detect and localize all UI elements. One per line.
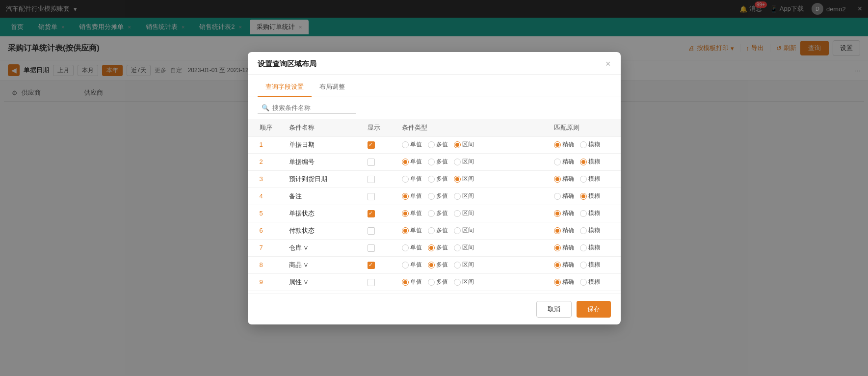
type-option-区间[interactable]: 区间 bbox=[454, 261, 474, 269]
type-option-多值[interactable]: 多值 bbox=[428, 158, 448, 166]
cell-type: 单值多值区间 bbox=[400, 154, 552, 170]
match-option-精确[interactable]: 精确 bbox=[554, 140, 574, 149]
display-checkbox[interactable] bbox=[368, 262, 375, 269]
dialog-close-btn[interactable]: × bbox=[605, 59, 611, 69]
type-option-多值[interactable]: 多值 bbox=[428, 226, 448, 235]
radio-dot bbox=[402, 227, 409, 234]
display-checkbox[interactable] bbox=[368, 141, 375, 149]
radio-dot bbox=[454, 279, 461, 286]
type-option-label: 单值 bbox=[410, 209, 422, 217]
type-option-label: 单值 bbox=[410, 140, 422, 149]
type-option-label: 多值 bbox=[436, 226, 448, 235]
dialog-tab-query-fields[interactable]: 查询字段设置 bbox=[258, 80, 312, 97]
type-option-区间[interactable]: 区间 bbox=[454, 192, 474, 200]
match-option-label: 模糊 bbox=[588, 158, 600, 166]
match-radio-dot bbox=[554, 176, 561, 183]
table-row: 1单据日期单值多值区间精确模糊 bbox=[248, 136, 621, 154]
match-option-模糊[interactable]: 模糊 bbox=[580, 243, 600, 252]
type-option-区间[interactable]: 区间 bbox=[454, 175, 474, 183]
seq-num: 3 bbox=[260, 175, 263, 183]
match-option-模糊[interactable]: 模糊 bbox=[580, 261, 600, 269]
match-option-精确[interactable]: 精确 bbox=[554, 175, 574, 183]
type-option-多值[interactable]: 多值 bbox=[428, 175, 448, 183]
match-option-label: 精确 bbox=[562, 261, 574, 269]
type-option-区间[interactable]: 区间 bbox=[454, 209, 474, 217]
save-btn[interactable]: 保存 bbox=[577, 301, 611, 318]
type-option-区间[interactable]: 区间 bbox=[454, 140, 474, 149]
match-option-模糊[interactable]: 模糊 bbox=[580, 209, 600, 217]
type-option-单值[interactable]: 单值 bbox=[402, 243, 422, 252]
type-option-区间[interactable]: 区间 bbox=[454, 226, 474, 235]
type-option-多值[interactable]: 多值 bbox=[428, 140, 448, 149]
cell-display bbox=[366, 257, 400, 272]
radio-dot bbox=[402, 193, 409, 200]
match-option-精确[interactable]: 精确 bbox=[554, 226, 574, 235]
seq-num: 9 bbox=[260, 278, 263, 286]
radio-dot bbox=[454, 210, 461, 217]
match-option-模糊[interactable]: 模糊 bbox=[580, 278, 600, 286]
type-option-单值[interactable]: 单值 bbox=[402, 209, 422, 217]
match-option-精确[interactable]: 精确 bbox=[554, 261, 574, 269]
cell-name: 预计到货日期 bbox=[287, 171, 366, 188]
dialog-tab-layout[interactable]: 布局调整 bbox=[312, 80, 353, 97]
match-option-精确[interactable]: 精确 bbox=[554, 278, 574, 286]
match-option-精确[interactable]: 精确 bbox=[554, 192, 574, 200]
type-option-单值[interactable]: 单值 bbox=[402, 261, 422, 269]
type-option-区间[interactable]: 区间 bbox=[454, 243, 474, 252]
match-radio-dot bbox=[580, 176, 587, 183]
match-option-label: 精确 bbox=[562, 278, 574, 286]
display-checkbox[interactable] bbox=[368, 159, 375, 166]
cell-name: 属性 ∨ bbox=[287, 274, 366, 291]
match-option-模糊[interactable]: 模糊 bbox=[580, 175, 600, 183]
match-option-模糊[interactable]: 模糊 bbox=[580, 158, 600, 166]
type-option-单值[interactable]: 单值 bbox=[402, 158, 422, 166]
match-option-label: 模糊 bbox=[588, 192, 600, 200]
type-option-单值[interactable]: 单值 bbox=[402, 278, 422, 286]
match-option-模糊[interactable]: 模糊 bbox=[580, 192, 600, 200]
match-option-模糊[interactable]: 模糊 bbox=[580, 226, 600, 235]
type-option-区间[interactable]: 区间 bbox=[454, 158, 474, 166]
cell-type: 单值多值区间 bbox=[400, 240, 552, 256]
display-checkbox[interactable] bbox=[368, 210, 375, 217]
cell-match: 精确模糊 bbox=[552, 171, 611, 187]
type-option-多值[interactable]: 多值 bbox=[428, 243, 448, 252]
type-option-多值[interactable]: 多值 bbox=[428, 209, 448, 217]
seq-num: 8 bbox=[260, 261, 263, 269]
cell-type: 单值多值区间 bbox=[400, 257, 552, 273]
display-checkbox[interactable] bbox=[368, 279, 375, 286]
match-option-label: 模糊 bbox=[588, 226, 600, 235]
display-checkbox[interactable] bbox=[368, 193, 375, 200]
match-option-精确[interactable]: 精确 bbox=[554, 243, 574, 252]
match-option-精确[interactable]: 精确 bbox=[554, 158, 574, 166]
display-checkbox[interactable] bbox=[368, 244, 375, 252]
search-underline: 🔍 bbox=[258, 102, 356, 114]
cell-display bbox=[366, 188, 400, 204]
cell-display bbox=[366, 205, 400, 221]
type-option-label: 多值 bbox=[436, 243, 448, 252]
type-option-单值[interactable]: 单值 bbox=[402, 192, 422, 200]
match-radio-dot bbox=[554, 141, 561, 148]
dialog-tabs: 查询字段设置 布局调整 bbox=[248, 75, 621, 97]
type-option-单值[interactable]: 单值 bbox=[402, 226, 422, 235]
radio-dot bbox=[402, 262, 409, 269]
type-option-多值[interactable]: 多值 bbox=[428, 192, 448, 200]
display-checkbox[interactable] bbox=[368, 227, 375, 235]
type-option-单值[interactable]: 单值 bbox=[402, 140, 422, 149]
type-option-区间[interactable]: 区间 bbox=[454, 278, 474, 286]
cell-match: 精确模糊 bbox=[552, 136, 611, 153]
type-option-单值[interactable]: 单值 bbox=[402, 175, 422, 183]
radio-dot bbox=[428, 176, 435, 183]
type-option-多值[interactable]: 多值 bbox=[428, 261, 448, 269]
match-option-精确[interactable]: 精确 bbox=[554, 209, 574, 217]
search-input[interactable] bbox=[272, 104, 355, 111]
radio-dot bbox=[428, 141, 435, 148]
type-option-多值[interactable]: 多值 bbox=[428, 278, 448, 286]
type-option-label: 区间 bbox=[462, 226, 474, 235]
match-option-label: 模糊 bbox=[588, 243, 600, 252]
type-option-label: 多值 bbox=[436, 158, 448, 166]
match-option-模糊[interactable]: 模糊 bbox=[580, 140, 600, 149]
seq-num: 6 bbox=[260, 227, 263, 234]
cancel-btn[interactable]: 取消 bbox=[536, 301, 572, 318]
display-checkbox[interactable] bbox=[368, 176, 375, 183]
cell-type: 单值多值区间 bbox=[400, 188, 552, 204]
